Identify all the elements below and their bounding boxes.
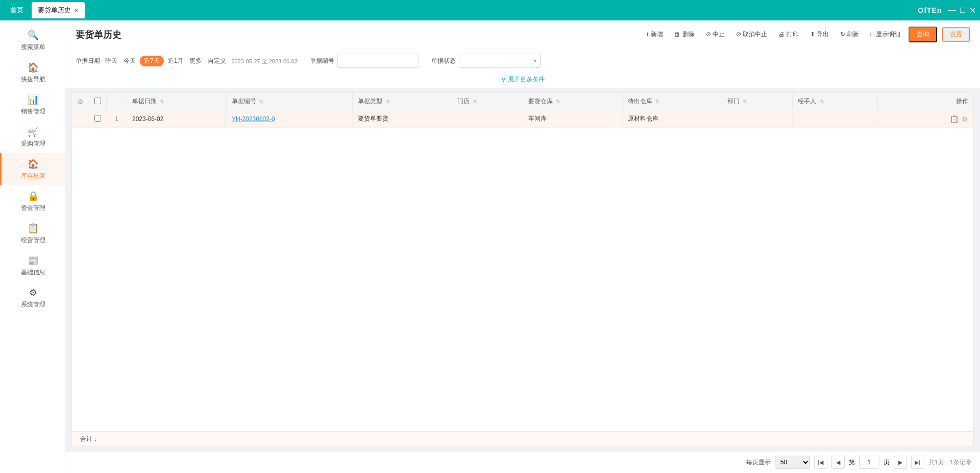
table-footer: 合计： <box>72 431 973 446</box>
close-window-icon[interactable]: ✕ <box>969 6 976 15</box>
date-buttons: 昨天 今天 近7天 近1月 更多 自定义 <box>103 56 228 66</box>
sidebar-item-sales[interactable]: 📊 销售管理 <box>0 89 65 121</box>
close-icon[interactable]: ✕ <box>74 7 79 14</box>
sidebar-item-shortcut-label: 快捷导航 <box>21 75 45 84</box>
content-area: 要货单历史 + 新增 🗑 删除 ⊘ 中止 ⊘ 取消中止 🖨 打印 ⬆ 导出 ↻ … <box>65 20 980 473</box>
system-icon: ⚙ <box>29 287 37 298</box>
sort-pending-warehouse-icon[interactable]: ⇅ <box>655 99 659 104</box>
settings-button[interactable]: 设置 <box>942 27 970 42</box>
sidebar-item-basic[interactable]: 📰 基础信息 <box>0 250 65 282</box>
order-no-label: 单据编号 <box>310 57 334 65</box>
sidebar-item-finance-label: 资金管理 <box>21 204 45 212</box>
page-title: 要货单历史 <box>76 29 121 41</box>
column-settings-icon[interactable]: ⚙ <box>77 98 84 106</box>
minimize-icon[interactable]: — <box>948 6 956 15</box>
per-page-select[interactable]: 50 10 20 100 <box>775 456 810 469</box>
window-controls: — □ ✕ <box>948 6 976 15</box>
th-num <box>107 93 127 110</box>
tab-history[interactable]: 要货单历史 ✕ <box>32 2 85 18</box>
expand-more-icon: ∨ <box>501 76 506 83</box>
main-layout: 🔍 搜索菜单 🏠 快捷导航 📊 销售管理 🛒 采购管理 🏠 库存核算 🔒 资金管… <box>0 20 980 473</box>
th-department-label: 部门 <box>727 98 740 105</box>
tab-home[interactable]: 首页 <box>4 2 30 18</box>
sidebar-item-operation-label: 经营管理 <box>21 236 45 245</box>
page-number-input[interactable] <box>859 456 879 469</box>
sidebar-item-inventory-label: 库存核算 <box>21 172 45 180</box>
print-button[interactable]: 🖨 打印 <box>775 28 801 41</box>
page-header: 要货单历史 + 新增 🗑 删除 ⊘ 中止 ⊘ 取消中止 🖨 打印 ⬆ 导出 ↻ … <box>65 20 980 88</box>
sort-department-icon[interactable]: ⇅ <box>743 99 747 104</box>
sort-store-icon[interactable]: ⇅ <box>473 99 477 104</box>
maximize-icon[interactable]: □ <box>960 6 965 15</box>
sales-icon: 📊 <box>28 94 39 105</box>
date-filter-group: 单据日期 昨天 今天 近7天 近1月 更多 自定义 2023-05-27 至 2… <box>76 56 298 66</box>
th-order-no-label: 单据编号 <box>232 98 256 105</box>
sidebar-item-system[interactable]: ⚙ 系统管理 <box>0 282 65 314</box>
display-detail-button[interactable]: □ 显示明细 <box>867 28 903 41</box>
sort-req-warehouse-icon[interactable]: ⇅ <box>556 99 560 104</box>
date-btn-yesterday[interactable]: 昨天 <box>103 56 119 66</box>
sidebar-item-search[interactable]: 🔍 搜索菜单 <box>0 25 65 57</box>
table-area: ⚙ 单据日期 ⇅ 单据编号 <box>71 92 974 447</box>
th-settings: ⚙ <box>72 93 89 110</box>
table-scroll: ⚙ 单据日期 ⇅ 单据编号 <box>72 93 973 431</box>
th-date-label: 单据日期 <box>132 98 157 105</box>
date-btn-today[interactable]: 今天 <box>121 56 138 66</box>
table-body: 1 2023-06-02 YH-20230602-0 要货单要货 <box>72 110 973 128</box>
th-store: 门店 ⇅ <box>452 93 523 110</box>
order-no-input[interactable] <box>337 54 419 68</box>
sidebar-item-shortcut[interactable]: 🏠 快捷导航 <box>0 57 65 89</box>
sort-order-no-icon[interactable]: ⇅ <box>259 99 263 104</box>
th-checkbox <box>89 93 107 110</box>
delete-button[interactable]: 🗑 删除 <box>671 28 697 41</box>
sidebar-item-purchase[interactable]: 🛒 采购管理 <box>0 121 65 153</box>
row-checkbox[interactable] <box>94 115 101 122</box>
td-handler <box>793 110 878 128</box>
page-title-row: 要货单历史 + 新增 🗑 删除 ⊘ 中止 ⊘ 取消中止 🖨 打印 ⬆ 导出 ↻ … <box>76 27 970 42</box>
table-header: ⚙ 单据日期 ⇅ 单据编号 <box>72 93 973 110</box>
sidebar-item-operation[interactable]: 📋 经营管理 <box>0 218 65 250</box>
status-select-wrapper: ▼ <box>459 54 541 68</box>
date-btn-more[interactable]: 更多 <box>187 56 204 66</box>
sort-order-type-icon[interactable]: ⇅ <box>386 99 390 104</box>
th-order-no: 单据编号 ⇅ <box>226 93 352 110</box>
th-handler: 经手人 ⇅ <box>793 93 878 110</box>
th-req-warehouse: 要货仓库 ⇅ <box>523 93 622 110</box>
tab-history-label: 要货单历史 <box>38 6 71 15</box>
th-order-type-label: 单据类型 <box>358 98 382 105</box>
cancel-stop-button[interactable]: ⊘ 取消中止 <box>733 28 770 41</box>
date-range-text: 2023-05-27 至 2023-06-02 <box>231 58 298 65</box>
purchase-icon: 🛒 <box>28 126 39 137</box>
date-btn-custom[interactable]: 自定义 <box>206 56 228 66</box>
query-button[interactable]: 查询 <box>909 27 937 42</box>
prev-page-btn[interactable]: ◀ <box>831 456 845 469</box>
status-select[interactable] <box>459 54 541 68</box>
th-req-warehouse-label: 要货仓库 <box>528 98 553 105</box>
sidebar-item-finance[interactable]: 🔒 资金管理 <box>0 185 65 218</box>
new-button[interactable]: + 新增 <box>643 28 666 41</box>
expand-more-button[interactable]: ∨ 展开更多条件 <box>76 73 970 88</box>
sort-handler-icon[interactable]: ⇅ <box>820 99 824 104</box>
row-more-icon[interactable]: ⚙ <box>962 115 968 123</box>
sidebar-item-inventory[interactable]: 🏠 库存核算 <box>0 153 65 185</box>
select-all-checkbox[interactable] <box>94 98 101 104</box>
row-edit-icon[interactable]: 📋 <box>950 115 959 123</box>
row-order-no[interactable]: YH-20230602-0 <box>232 115 275 123</box>
export-button[interactable]: ⬆ 导出 <box>807 28 832 41</box>
sort-date-icon[interactable]: ⇅ <box>160 99 164 104</box>
sidebar-item-sales-label: 销售管理 <box>21 107 45 116</box>
first-page-btn[interactable]: |◀ <box>814 456 827 469</box>
date-btn-last-month[interactable]: 近1月 <box>166 56 186 66</box>
table-row: 1 2023-06-02 YH-20230602-0 要货单要货 <box>72 110 973 128</box>
brand-label: OfTEn <box>918 6 942 14</box>
date-btn-last7[interactable]: 近7天 <box>140 56 164 66</box>
status-filter-group: 单据状态 ▼ <box>431 54 541 68</box>
last-page-btn[interactable]: ▶| <box>911 456 924 469</box>
refresh-button[interactable]: ↻ 刷新 <box>837 28 862 41</box>
finance-icon: 🔒 <box>28 191 39 202</box>
td-num: 1 <box>107 110 127 128</box>
th-pending-warehouse: 待出仓库 ⇅ <box>622 93 722 110</box>
stop-button[interactable]: ⊘ 中止 <box>703 28 728 41</box>
next-page-btn[interactable]: ▶ <box>894 456 907 469</box>
page-label-end: 页 <box>884 458 890 467</box>
